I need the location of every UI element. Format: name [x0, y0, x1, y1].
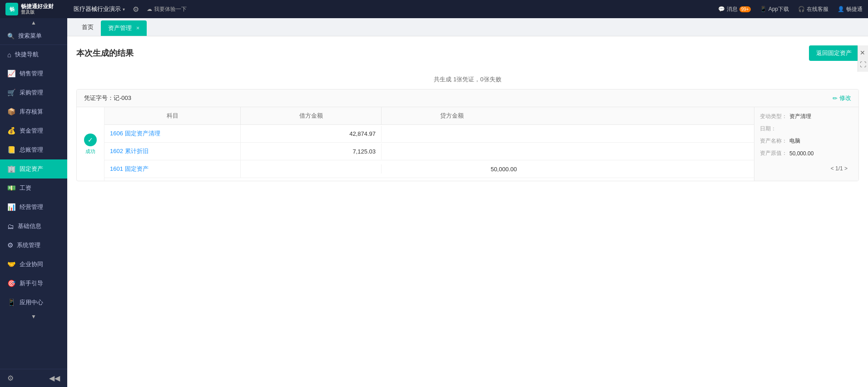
edit-button[interactable]: ✏ 修改: [833, 94, 851, 102]
online-service-label: 在线客服: [807, 5, 828, 13]
chevron-down-icon: ▾: [123, 7, 125, 12]
td-debit-3: [241, 164, 382, 174]
back-to-fixed-asset-button[interactable]: 返回固定资产: [809, 45, 859, 61]
th-debit: 借方金额: [241, 107, 382, 124]
resize-window-icon[interactable]: ⛶: [860, 61, 866, 68]
sidebar-item-app-center[interactable]: 📱 应用中心: [0, 293, 67, 312]
close-window-icon[interactable]: ✕: [860, 49, 866, 56]
app-download-button[interactable]: 📱 App下载: [760, 5, 789, 13]
sidebar-label-app-center: 应用中心: [20, 298, 43, 307]
settings-icon[interactable]: ⚙: [129, 3, 142, 15]
success-indicator: ✓ 成功: [77, 107, 104, 181]
sidebar-label-quick-nav: 快捷导航: [15, 50, 39, 59]
topbar-center: 医疗器械行业演示 ▾ ⚙ ☁ 我要体验一下: [69, 3, 718, 15]
sales-icon: 📈: [7, 69, 16, 78]
trial-label: 我要体验一下: [154, 5, 187, 13]
company-selector[interactable]: 医疗器械行业演示 ▾: [74, 5, 125, 13]
online-service-button[interactable]: 🎧 在线客服: [798, 5, 828, 13]
logo-name: 畅捷通好业财: [21, 3, 54, 10]
tab-bar: 首页 资产管理 ×: [67, 18, 868, 36]
th-credit: 贷方金额: [382, 107, 522, 124]
ops-icon: 📊: [7, 203, 16, 211]
sidebar-collapse-icon[interactable]: ◀◀: [49, 374, 60, 382]
table-row: 1601 固定资产 50,000.00: [104, 160, 754, 178]
sidebar-label-salary: 工资: [20, 184, 31, 192]
tab-close-icon[interactable]: ×: [136, 25, 140, 31]
logo-text: 畅捷通好业财 普及版: [21, 3, 54, 15]
inventory-icon: 📦: [7, 108, 16, 116]
asset-value-label: 资产原值：: [760, 149, 789, 157]
pagination[interactable]: < 1/1 >: [760, 162, 853, 175]
search-label: 搜索菜单: [18, 32, 42, 40]
sidebar-scroll-up[interactable]: ▲: [0, 18, 67, 27]
sidebar-label-enterprise: 企业协同: [20, 260, 43, 268]
page-title: 本次生成的结果: [76, 48, 134, 59]
user-icon: 👤: [838, 6, 844, 12]
voucher-id: 凭证字号：记-003: [84, 94, 131, 102]
table-row: 1602 累计折旧 7,125.03: [104, 143, 754, 160]
sidebar-scroll-down[interactable]: ▼: [0, 312, 67, 321]
sidebar-item-finance[interactable]: 💰 资金管理: [0, 121, 67, 140]
td-credit-2: [382, 147, 522, 156]
sidebar: ▲ 🔍 搜索菜单 ⌂ 快捷导航 📈 销售管理 🛒 采购管理 📦 库存核算 💰 资…: [0, 18, 67, 387]
fixed-asset-icon: 🏢: [7, 165, 16, 173]
sidebar-item-ops[interactable]: 📊 经营管理: [0, 198, 67, 217]
success-label: 成功: [85, 148, 95, 155]
app-center-icon: 📱: [7, 298, 16, 307]
sidebar-item-fixed-asset[interactable]: 🏢 固定资产: [0, 159, 67, 179]
sidebar-item-ledger[interactable]: 📒 总账管理: [0, 140, 67, 159]
edit-label: 修改: [839, 94, 851, 102]
sidebar-item-system[interactable]: ⚙ 系统管理: [0, 236, 67, 255]
sidebar-item-purchase[interactable]: 🛒 采购管理: [0, 83, 67, 102]
sidebar-item-basic-info[interactable]: 🗂 基础信息: [0, 217, 67, 236]
sidebar-label-basic-info: 基础信息: [18, 222, 41, 230]
change-type-label: 变动类型：: [760, 113, 789, 120]
sidebar-item-enterprise[interactable]: 🤝 企业协同: [0, 255, 67, 274]
tab-home[interactable]: 首页: [74, 20, 101, 36]
table-row: 1606 固定资产清理 42,874.97: [104, 125, 754, 143]
sidebar-item-salary[interactable]: 💵 工资: [0, 179, 67, 198]
user-profile[interactable]: 👤 畅捷通: [838, 5, 863, 13]
sidebar-item-quick-nav[interactable]: ⌂ 快捷导航: [0, 45, 67, 64]
voucher-table: 科目 借方金额 贷方金额 1606 固定资产清理 42,874.97: [104, 107, 754, 181]
td-credit-1: [382, 129, 522, 138]
info-row-asset-value: 资产原值： 50,000.00: [760, 149, 853, 157]
info-row-change-type: 变动类型： 资产清理: [760, 113, 853, 120]
home-icon: ⌂: [7, 51, 11, 59]
window-controls: ✕ ⛶: [858, 45, 868, 72]
finance-icon: 💰: [7, 127, 16, 135]
td-debit-2: 7,125.03: [241, 144, 382, 159]
message-badge: 99+: [739, 6, 751, 12]
sidebar-label-purchase: 采购管理: [20, 89, 43, 97]
asset-value-value: 50,000.00: [789, 150, 813, 157]
company-name: 医疗器械行业演示: [74, 5, 121, 13]
sidebar-item-guide[interactable]: 🎯 新手引导: [0, 274, 67, 293]
sidebar-label-inventory: 库存核算: [20, 108, 43, 116]
sidebar-settings-icon[interactable]: ⚙: [7, 374, 14, 382]
trial-button[interactable]: ☁ 我要体验一下: [147, 5, 187, 13]
topbar: 畅 畅捷通好业财 普及版 医疗器械行业演示 ▾ ⚙ ☁ 我要体验一下 💬 消息 …: [0, 0, 868, 18]
tab-asset-mgmt-label: 资产管理: [108, 25, 132, 31]
search-icon: 🔍: [7, 33, 15, 40]
info-row-asset-name: 资产名称： 电脑: [760, 137, 853, 145]
sidebar-search[interactable]: 🔍 搜索菜单: [0, 27, 67, 45]
message-icon: 💬: [718, 6, 725, 12]
logo-icon: 畅: [5, 3, 18, 15]
page-header: 本次生成的结果 返回固定资产: [76, 45, 859, 61]
td-subject-2: 1602 累计折旧: [104, 143, 241, 160]
sidebar-label-finance: 资金管理: [20, 127, 43, 135]
system-icon: ⚙: [7, 241, 13, 249]
cloud-icon: ☁: [147, 6, 152, 12]
asset-name-label: 资产名称：: [760, 137, 789, 145]
basic-info-icon: 🗂: [7, 223, 14, 230]
sidebar-item-sales[interactable]: 📈 销售管理: [0, 64, 67, 83]
asset-name-value: 电脑: [789, 137, 800, 145]
app-logo: 畅 畅捷通好业财 普及版: [5, 3, 69, 15]
tab-asset-mgmt[interactable]: 资产管理 ×: [101, 20, 147, 36]
ledger-icon: 📒: [7, 146, 16, 154]
tab-home-label: 首页: [82, 24, 94, 30]
sidebar-item-inventory[interactable]: 📦 库存核算: [0, 102, 67, 121]
message-button[interactable]: 💬 消息 99+: [718, 5, 751, 13]
td-subject-3: 1601 固定资产: [104, 160, 241, 178]
voucher-header: 凭证字号：记-003 ✏ 修改: [77, 89, 858, 107]
